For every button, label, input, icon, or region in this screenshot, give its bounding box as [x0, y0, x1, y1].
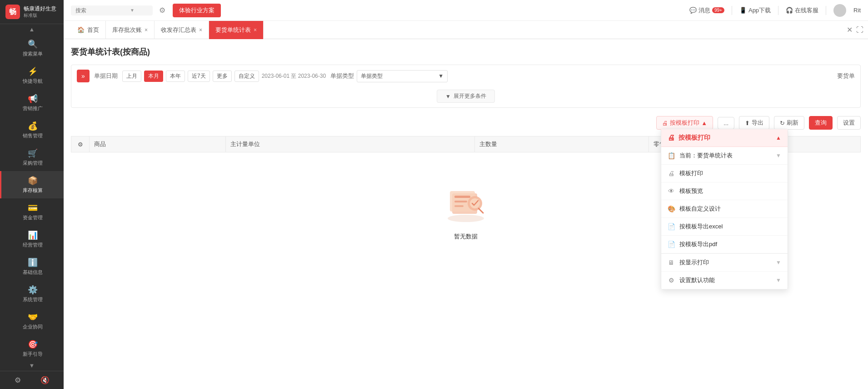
app-download-label: App下载 [748, 6, 771, 15]
sidebar-scroll-up[interactable]: ▲ [0, 24, 64, 35]
dropdown-section-display: 🖥 按显示打印 ▼ ⚙ 设置默认功能 ▼ [661, 253, 788, 289]
print-template-chevron-up-icon: ▲ [701, 120, 707, 126]
order-type-filter-group: 单据类型 单据类型 ▼ [330, 70, 833, 82]
svg-rect-5 [454, 205, 464, 207]
date-btn-last-7-days[interactable]: 近7天 [188, 71, 210, 82]
online-service-action[interactable]: 🎧 在线客服 [786, 6, 818, 15]
sidebar-item-purchase[interactable]: 🛒 采购管理 [0, 144, 64, 171]
dropdown-template-export-excel-item[interactable]: 📄 按模板导出excel [661, 218, 788, 236]
tab-home-icon: 🏠 [77, 26, 85, 33]
dropdown-template-export-pdf-item[interactable]: 📄 按模板导出pdf [661, 236, 788, 253]
tab-home[interactable]: 🏠 首页 [71, 21, 106, 39]
sidebar-item-enterprise[interactable]: 🤝 企业协同 [0, 308, 64, 335]
sidebar-label-newbie: 新手引导 [23, 351, 43, 358]
dropdown-display-print-label: 按显示打印 [679, 258, 709, 267]
more-options-button[interactable]: ... [718, 117, 734, 129]
footer-audio-icon[interactable]: 🔇 [40, 376, 50, 384]
dropdown-header-title: 按模板打印 [678, 134, 710, 142]
sidebar-item-quick-nav[interactable]: ⚡ 快捷导航 [0, 62, 64, 89]
sidebar-item-newbie[interactable]: 🎯 新手引导 [0, 335, 64, 360]
dropdown-template-preview-item[interactable]: 👁 模板预览 [661, 182, 788, 200]
trial-button[interactable]: 体验行业方案 [173, 4, 221, 17]
svg-line-8 [479, 208, 483, 213]
expand-more-button[interactable]: ▼ 展开更多条件 [437, 90, 495, 103]
tab-batch-accounts[interactable]: 库存批次账 × [106, 21, 155, 39]
message-action[interactable]: 💬 消息 99+ [689, 6, 724, 15]
sidebar-item-operations[interactable]: 📊 经营管理 [0, 226, 64, 253]
app-download-action[interactable]: 📱 App下载 [739, 6, 771, 15]
tab-collection-summary-close-icon[interactable]: × [199, 27, 202, 33]
tab-bar-close-icon[interactable]: ✕ [847, 25, 853, 34]
username[interactable]: Rit [853, 7, 861, 14]
sidebar-item-sales[interactable]: 💰 销售管理 [0, 116, 64, 144]
tab-bar-expand-icon[interactable]: ⛶ [856, 26, 863, 34]
newbie-icon: 🎯 [28, 339, 38, 349]
dropdown-current-icon: 📋 [668, 152, 675, 159]
date-filter-group: 上月 本月 本年 近7天 更多 自定义 2023-06-01 至 2023-06… [122, 71, 326, 82]
inventory-icon: 📦 [28, 176, 38, 186]
dropdown-template-export-pdf-icon: 📄 [668, 241, 675, 248]
online-service-icon: 🎧 [786, 7, 793, 14]
avatar[interactable] [833, 4, 846, 17]
order-type-select[interactable]: 单据类型 ▼ [357, 70, 448, 82]
refresh-button[interactable]: ↻ 刷新 [774, 116, 804, 130]
enterprise-icon: 🤝 [28, 312, 38, 322]
query-button[interactable]: 查询 [809, 116, 833, 130]
expand-more-icon: ▼ [445, 93, 451, 100]
date-btn-last-month[interactable]: 上月 [122, 71, 141, 82]
sidebar-item-finance[interactable]: 💳 资金管理 [0, 198, 64, 226]
topbar-search-input[interactable] [75, 7, 130, 14]
sidebar-item-basic-info[interactable]: ℹ️ 基础信息 [0, 253, 64, 280]
tab-bar: 🏠 首页 库存批次账 × 收发存汇总表 × 要货单统计表 × ✕ ⛶ [64, 21, 868, 39]
dropdown-template-preview-icon: 👁 [668, 187, 675, 195]
col-settings[interactable]: ⚙ [71, 136, 90, 152]
tab-order-stats-close-icon[interactable]: × [254, 27, 257, 33]
date-btn-this-year[interactable]: 本年 [166, 71, 185, 82]
dropdown-template-print-icon: 🖨 [668, 170, 675, 177]
sidebar-item-search[interactable]: 🔍 搜索菜单 [0, 35, 64, 62]
sidebar-item-system[interactable]: ⚙️ 系统管理 [0, 280, 64, 308]
sidebar-label-system: 系统管理 [23, 296, 43, 303]
sales-icon: 💰 [28, 121, 38, 131]
dropdown-display-print-arrow-icon: ▼ [776, 259, 781, 266]
dropdown-default-settings-item[interactable]: ⚙ 设置默认功能 ▼ [661, 272, 788, 289]
refresh-icon: ↻ [780, 120, 785, 126]
print-template-button[interactable]: 🖨 按模板打印 ▲ [656, 116, 713, 130]
dropdown-display-print-item[interactable]: 🖥 按显示打印 ▼ [661, 254, 788, 272]
svg-rect-4 [454, 201, 467, 202]
date-btn-more[interactable]: 更多 [213, 71, 232, 82]
dropdown-template-design-item[interactable]: 🎨 模板自定义设计 [661, 200, 788, 218]
settings-button[interactable]: 设置 [837, 116, 861, 130]
sidebar-item-inventory[interactable]: 📦 库存核算 [0, 171, 64, 198]
tab-order-stats[interactable]: 要货单统计表 × [209, 21, 264, 39]
print-template-icon: 🖨 [662, 120, 668, 126]
more-options-label: ... [723, 120, 728, 126]
footer-settings-icon[interactable]: ⚙ [15, 376, 21, 384]
sidebar-item-marketing[interactable]: 📢 营销推广 [0, 89, 64, 116]
topbar-search-dropdown-icon[interactable]: ▼ [130, 8, 135, 13]
dropdown-header[interactable]: 🖨 按模板打印 ▲ [661, 129, 788, 147]
date-btn-this-month[interactable]: 本月 [144, 71, 163, 82]
expand-more-label: 展开更多条件 [454, 92, 486, 100]
search-menu-icon: 🔍 [28, 39, 38, 49]
export-button[interactable]: ⬆ 导出 [739, 116, 769, 130]
tab-batch-accounts-close-icon[interactable]: × [145, 27, 148, 33]
filter-expand-button[interactable]: » [77, 70, 90, 82]
sidebar-label-quick-nav: 快捷导航 [23, 78, 43, 85]
dropdown-default-settings-label: 设置默认功能 [679, 276, 715, 284]
content-area: 要货单统计表(按商品) » 单据日期 上月 本月 本年 近7天 更多 自定义 2… [64, 39, 868, 389]
logo-icon: 畅 [5, 5, 20, 19]
order-type-dropdown-icon: ▼ [438, 73, 444, 79]
export-icon: ⬆ [745, 120, 750, 126]
tab-collection-summary[interactable]: 收发存汇总表 × [155, 21, 209, 39]
table-toolbar: 🖨 按模板打印 ▲ ... ⬆ 导出 ↻ 刷新 查询 设置 🖨 [71, 112, 861, 133]
order-type-label: 单据类型 [330, 72, 354, 80]
dropdown-template-print-item[interactable]: 🖨 模板打印 [661, 165, 788, 182]
dropdown-current-item[interactable]: 📋 当前：要货单统计表 ▼ [661, 147, 788, 165]
topbar-gear-icon[interactable]: ⚙ [159, 6, 165, 15]
date-btn-custom[interactable]: 自定义 [234, 71, 259, 82]
sidebar-scroll-down[interactable]: ▼ [0, 360, 64, 371]
topbar-search-box[interactable]: ▼ [71, 5, 153, 15]
dropdown-template-print-label: 模板打印 [679, 169, 703, 177]
page-title: 要货单统计表(按商品) [71, 46, 861, 57]
